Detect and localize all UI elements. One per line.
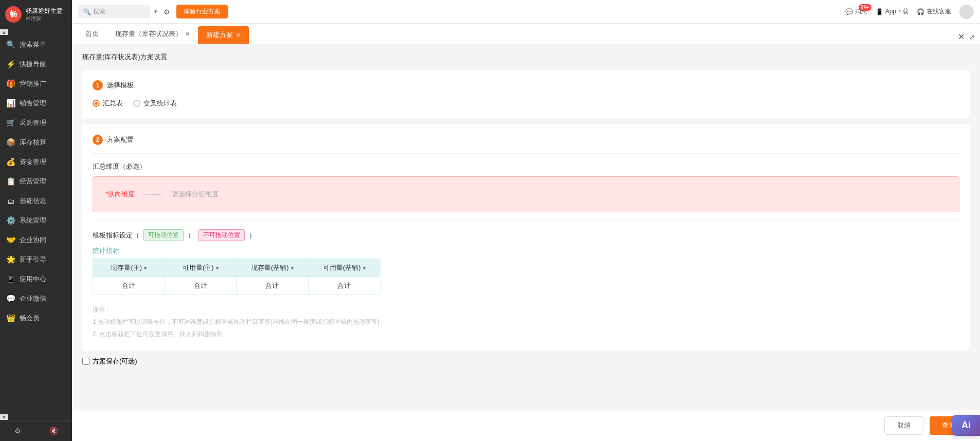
guide-icon: 🌟 (6, 255, 15, 264)
sidebar-nav: 🔍 搜索菜单 ⚡ 快捷导航 🎁 营销推广 📊 销售管理 🛒 采购管理 📦 库存核… (0, 35, 72, 414)
sidebar-sound-btn[interactable]: 🔇 (45, 425, 62, 437)
service-btn[interactable]: 🎧 在线客服 (917, 7, 951, 16)
stats-col-label-3: 可用量(基辅) (323, 263, 361, 272)
sidebar-item-marketing[interactable]: 🎁 营销推广 (0, 74, 72, 94)
sidebar-scroll-up[interactable]: ▲ (0, 29, 8, 35)
sidebar-item-operation[interactable]: 📋 经营管理 (0, 172, 72, 191)
stats-col-chevron-3[interactable]: ▾ (363, 265, 366, 271)
radio-summary-label: 汇总表 (103, 99, 123, 108)
app-download-btn[interactable]: 📱 App下载 (876, 7, 909, 16)
sidebar-item-label: 新手引导 (20, 255, 46, 264)
sidebar-item-guide[interactable]: 🌟 新手引导 (0, 250, 72, 269)
stats-col-body-3: 合计 (308, 277, 380, 295)
sidebar-item-basic-info[interactable]: 🗂 基础信息 (0, 191, 72, 211)
sidebar: 畅 畅康通好生意 标准版 ▲ 🔍 搜索菜单 ⚡ 快捷导航 🎁 营销推广 📊 销售… (0, 0, 72, 441)
app-icon: 📱 (876, 8, 883, 15)
message-btn[interactable]: 💬 消息 99+ (845, 7, 867, 16)
sidebar-item-label: 经营管理 (20, 177, 46, 186)
trial-btn[interactable]: 体验行业方案 (176, 5, 228, 19)
tips-section: 提示： 1.拖动标题栏可以调整布局，不可跨维度或指标区域拖动栏目字段(只能在同一… (93, 303, 959, 340)
sidebar-item-finance[interactable]: 💰 资金管理 (0, 152, 72, 172)
search-menu-icon: 🔍 (6, 40, 15, 49)
save-section: 方案保存(可选) (82, 357, 970, 366)
sidebar-item-label: 应用中心 (20, 274, 46, 284)
sidebar-item-app-center[interactable]: 📱 应用中心 (0, 269, 72, 289)
user-avatar[interactable] (959, 5, 974, 19)
panel-close-icon[interactable]: ✕ (958, 32, 965, 42)
tab-inventory-close-icon[interactable]: ✕ (185, 31, 190, 38)
sidebar-item-search-menu[interactable]: 🔍 搜索菜单 (0, 35, 72, 54)
sidebar-item-member[interactable]: 👑 畅会员 (0, 308, 72, 328)
radio-summary[interactable]: 汇总表 (93, 99, 123, 108)
search-placeholder: 搜索 (93, 7, 105, 16)
stats-col-header-3[interactable]: 可用量(基辅) ▾ (308, 259, 380, 277)
stats-col-chevron-1[interactable]: ▾ (216, 265, 219, 271)
tab-new-plan[interactable]: 新建方案 ✕ (198, 26, 249, 44)
tip-item-0: 1.拖动标题栏可以调整布局，不可跨维度或指标区域拖动栏目字段(只能在同一维度或指… (93, 316, 959, 328)
tab-inventory-status-label: 现存量（库存状况表） (115, 29, 182, 39)
sidebar-item-label: 企业协同 (20, 235, 46, 245)
sidebar-item-label: 快捷导航 (20, 60, 46, 69)
sidebar-item-sales[interactable]: 📊 销售管理 (0, 94, 72, 113)
stats-col-label-1: 可用量(主) (183, 263, 214, 272)
tabbar: 首页 现存量（库存状况表） ✕ 新建方案 ✕ ✕ ⤢ (72, 24, 980, 44)
sidebar-item-label: 资金管理 (20, 157, 46, 167)
sidebar-item-wechat[interactable]: 💬 企业微信 (0, 289, 72, 308)
topbar-gear-icon[interactable]: ⚙ (164, 8, 170, 16)
stats-col-chevron-0[interactable]: ▾ (144, 265, 147, 271)
ai-button[interactable]: Ai (952, 415, 980, 436)
panel-expand-icon[interactable]: ⤢ (969, 33, 975, 41)
app-download-label: App下载 (885, 7, 909, 16)
step1-num: 1 (93, 80, 103, 90)
save-checkbox[interactable] (82, 358, 89, 365)
dim-label: 汇总维度（必选） (93, 162, 959, 171)
sidebar-item-purchase[interactable]: 🛒 采购管理 (0, 113, 72, 133)
sidebar-item-system[interactable]: ⚙️ 系统管理 (0, 211, 72, 230)
sidebar-scroll-down[interactable]: ▼ (0, 414, 8, 420)
tip-item-1: 2. 点击标题栏下拉可设置排序、插入列和删除列 (93, 328, 959, 340)
cancel-button[interactable]: 取消 (884, 416, 923, 435)
finance-icon: 💰 (6, 157, 15, 167)
sidebar-logo: 畅 畅康通好生意 标准版 (0, 0, 72, 29)
dim-pink-area[interactable]: *纵向维度 —— 请选择分组维度 (93, 176, 959, 212)
topbar-chevron-icon[interactable]: ▾ (154, 8, 157, 15)
app-name: 畅康通好生意 (26, 7, 63, 15)
dim-placeholder: 请选择分组维度 (172, 190, 219, 199)
search-icon: 🔍 (83, 8, 91, 15)
stats-col-chevron-2[interactable]: ▾ (291, 265, 294, 271)
step2-num: 2 (93, 135, 103, 145)
tab-home[interactable]: 首页 (77, 25, 107, 44)
stats-table-header: 现存量(主) ▾ 可用量(主) ▾ 现存量(基辅) ▾ 可用量(基辅) ▾ (93, 259, 380, 277)
sidebar-item-cooperation[interactable]: 🤝 企业协同 (0, 230, 72, 250)
bottom-bar: 取消 查询 (72, 410, 980, 441)
member-icon: 👑 (6, 314, 15, 323)
sidebar-item-label: 基础信息 (20, 196, 46, 206)
step1-header: 1 选择模板 (93, 80, 959, 90)
sound-icon: 🔇 (49, 427, 58, 435)
main-area: 🔍 搜索 ▾ ⚙ 体验行业方案 💬 消息 99+ 📱 App下载 🎧 在线客服 (72, 0, 980, 441)
indicator-label: 模板指标设定（ 可拖动位置 ） 不可拖动位置 ） (93, 229, 959, 241)
save-label: 方案保存(可选) (93, 357, 137, 366)
sidebar-item-label: 系统管理 (20, 216, 46, 225)
tab-inventory-status[interactable]: 现存量（库存状况表） ✕ (107, 25, 198, 44)
stats-col-label-2: 现存量(基辅) (251, 263, 289, 272)
sidebar-item-label: 销售管理 (20, 99, 46, 108)
sidebar-item-label: 畅会员 (20, 314, 40, 323)
search-box[interactable]: 🔍 搜索 (78, 5, 150, 18)
tab-new-plan-close-icon[interactable]: ✕ (236, 32, 241, 39)
sidebar-item-quick-nav[interactable]: ⚡ 快捷导航 (0, 54, 72, 74)
step1-card: 1 选择模板 汇总表 交叉统计表 (82, 70, 970, 118)
tab-new-plan-label: 新建方案 (206, 30, 233, 40)
stats-col-header-1[interactable]: 可用量(主) ▾ (165, 259, 237, 277)
app-logo-icon: 畅 (5, 6, 22, 23)
cooperation-icon: 🤝 (6, 235, 15, 245)
stats-col-header-2[interactable]: 现存量(基辅) ▾ (237, 259, 308, 277)
sidebar-item-inventory[interactable]: 📦 库存核算 (0, 133, 72, 152)
sidebar-settings-btn[interactable]: ⚙ (10, 425, 25, 437)
inventory-icon: 📦 (6, 138, 15, 147)
stats-col-header-0[interactable]: 现存量(主) ▾ (93, 259, 165, 277)
radio-cross[interactable]: 交叉统计表 (133, 99, 177, 108)
system-icon: ⚙️ (6, 216, 15, 225)
sidebar-item-label: 库存核算 (20, 138, 46, 147)
operation-icon: 📋 (6, 177, 15, 186)
